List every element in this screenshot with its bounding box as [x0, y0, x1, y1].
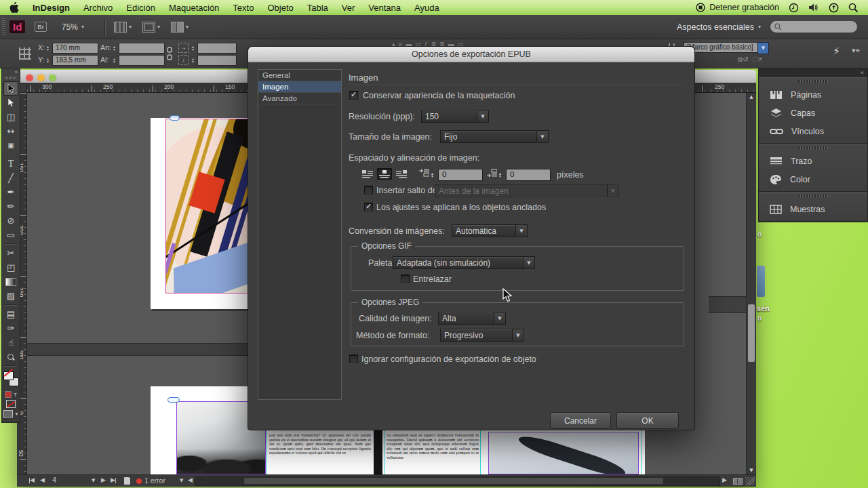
vertical-scrollbar-thumb[interactable] — [748, 304, 755, 362]
content-collector-tool[interactable]: ▣ — [3, 138, 18, 152]
resolution-dropdown[interactable]: 150 ▼ — [421, 110, 489, 123]
apple-menu[interactable] — [9, 2, 19, 13]
page-number-field[interactable]: 4 — [52, 476, 56, 484]
first-page-button[interactable]: ◀ — [29, 476, 35, 483]
eyedropper-tool[interactable]: ✑ — [3, 321, 18, 336]
toolbar-grip[interactable] — [5, 77, 17, 79]
horizontal-scrollbar[interactable] — [195, 476, 720, 486]
tab-avanzado[interactable]: Avanzado — [258, 93, 341, 104]
view-options-button[interactable]: ▾ — [114, 22, 132, 33]
vertical-scrollbar[interactable]: ▲ ▼ — [746, 93, 756, 474]
scale-y-stepper[interactable]: ▲▼ — [190, 55, 196, 65]
format-method-dropdown[interactable]: Progresivo ▼ — [440, 329, 524, 342]
space-after-field[interactable]: 0 — [506, 169, 551, 181]
menu-edicion[interactable]: Edición — [126, 3, 155, 13]
ignore-export-settings-checkbox[interactable] — [349, 354, 358, 363]
quick-apply-lightning-icon[interactable]: ⚡ — [833, 45, 840, 58]
app-switcher-menu-icon[interactable] — [829, 3, 839, 13]
space-after-stepper[interactable]: ▲▼ — [497, 169, 503, 181]
insert-page-break-checkbox[interactable] — [364, 186, 373, 195]
align-center-button[interactable] — [377, 168, 392, 180]
zoom-window-button[interactable] — [49, 74, 56, 81]
direct-selection-tool[interactable] — [3, 96, 18, 110]
frame-link-badge[interactable] — [170, 115, 180, 121]
reference-point-grid[interactable] — [19, 47, 31, 60]
menu-ayuda[interactable]: Ayuda — [414, 3, 439, 13]
menu-ver[interactable]: Ver — [342, 3, 355, 13]
rectangle-tool[interactable]: ▭ — [3, 228, 18, 242]
zoom-level-control[interactable]: 75% ▾ — [62, 22, 84, 32]
ok-button[interactable]: OK — [616, 412, 679, 429]
menu-archivo[interactable]: Archivo — [83, 3, 113, 13]
preflight-status[interactable]: 1 error — [136, 476, 165, 485]
page-menu-chevron-icon[interactable]: ▼ — [92, 478, 95, 483]
width-stepper[interactable]: ▲▼ — [111, 43, 117, 53]
page-tool[interactable]: ◫ — [3, 110, 18, 124]
gap-tool[interactable]: ↔ — [3, 124, 18, 138]
formatting-affects-buttons[interactable]: T — [5, 390, 17, 399]
menu-tabla[interactable]: Tabla — [307, 3, 328, 13]
document-page-upper[interactable] — [151, 118, 262, 309]
scale-y-field[interactable] — [197, 55, 237, 66]
desktop-file-icon[interactable] — [757, 266, 765, 297]
minimize-window-button[interactable] — [37, 74, 45, 81]
desktop-icon-label[interactable]: o — [757, 230, 762, 238]
style-dropdown-button[interactable]: ▼ — [757, 42, 769, 54]
volume-menu-icon[interactable] — [808, 3, 819, 12]
screen-mode-button[interactable]: ▾ — [3, 409, 18, 418]
selection-tool[interactable] — [3, 81, 18, 96]
scroll-left-arrow[interactable]: ◀ — [188, 476, 193, 483]
body-text-column[interactable]: pad eos nam eos volenectur? Ut quaturere… — [269, 433, 371, 474]
height-stepper[interactable]: ▲▼ — [111, 55, 117, 65]
image-conversion-dropdown[interactable]: Automática ▼ — [452, 224, 528, 237]
window-resize-grip[interactable] — [745, 477, 755, 485]
panel-group-grip[interactable] — [798, 146, 828, 149]
y-value-field[interactable]: 183,5 mm — [52, 55, 98, 66]
apply-none-button[interactable] — [6, 399, 16, 409]
note-tool[interactable]: ▤ — [3, 307, 18, 321]
panel-button-paginas[interactable]: Páginas — [759, 85, 867, 104]
body-text-column[interactable]: rio elendendi quat es asperci istemporit… — [387, 433, 479, 474]
quick-apply-icons[interactable]: ⧉↺ ⬚≠ — [738, 56, 762, 64]
panel-button-trazo[interactable]: Trazo — [759, 152, 867, 170]
line-tool[interactable]: ╱ — [3, 171, 18, 185]
constrain-proportions-icon[interactable] — [165, 47, 174, 60]
grayscale-photo-frame[interactable] — [488, 432, 639, 474]
align-left-button[interactable] — [360, 168, 375, 180]
space-before-field[interactable]: 0 — [438, 169, 483, 181]
last-page-button[interactable]: ▶ — [111, 476, 116, 483]
hand-tool[interactable]: ☝ — [3, 336, 18, 350]
artwork-image-frame[interactable] — [165, 119, 261, 293]
object-style-dropdown[interactable]: [Marco gráfico básico] — [684, 42, 764, 53]
align-right-button[interactable] — [394, 168, 409, 180]
panel-button-muestras[interactable]: Muestras — [759, 200, 867, 218]
menu-texto[interactable]: Texto — [233, 3, 254, 13]
arrange-documents-button[interactable]: ▾ — [171, 22, 189, 33]
panel-button-capas[interactable]: Capas — [759, 104, 867, 122]
image-size-dropdown[interactable]: Fijo ▼ — [440, 130, 549, 143]
menu-ventana[interactable]: Ventana — [368, 3, 401, 13]
dialog-titlebar[interactable]: Opciones de exportación EPUB — [248, 47, 694, 62]
gradient-feather-tool[interactable]: ▨ — [3, 289, 18, 303]
desktop-icon-label[interactable]: isén — [755, 304, 770, 312]
spread-view-icon[interactable] — [733, 478, 743, 485]
fill-stroke-swatches[interactable] — [3, 369, 18, 390]
next-page-button[interactable]: ▶ — [101, 476, 106, 483]
screen-mode-menu-button[interactable]: ▾ — [142, 22, 160, 33]
preflight-menu-chevron-icon[interactable]: ▼ — [180, 478, 183, 483]
height-value-field[interactable] — [119, 55, 165, 66]
search-input[interactable] — [770, 21, 857, 33]
horizontal-scrollbar-thumb[interactable] — [244, 478, 663, 484]
toolbar-expand-icon[interactable]: » — [2, 68, 20, 75]
dock-collapse-button[interactable]: « — [759, 68, 867, 77]
tab-general[interactable]: General — [258, 70, 341, 81]
previous-page-button[interactable]: ◀ — [40, 476, 45, 483]
free-transform-tool[interactable]: ◰ — [3, 260, 18, 274]
bridge-button[interactable]: Br — [35, 22, 47, 32]
stop-recording-item[interactable]: Detener grabación — [696, 3, 779, 12]
preflight-icon[interactable] — [124, 477, 130, 486]
interlace-checkbox[interactable] — [401, 274, 410, 283]
control-panel-menu-icon[interactable]: ▾≡ — [852, 46, 860, 55]
close-window-button[interactable] — [26, 74, 33, 81]
workspace-switcher[interactable]: Aspectos esenciales ▾ — [677, 22, 761, 32]
